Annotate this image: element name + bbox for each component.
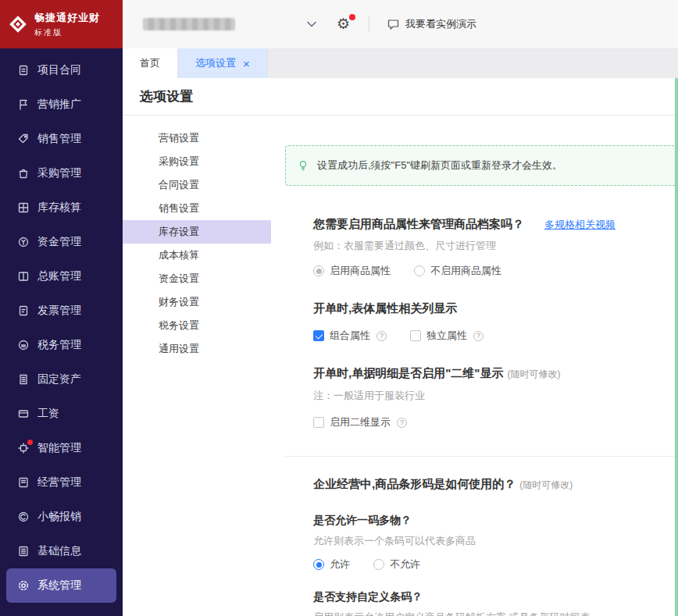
main-column: ⚙ 我要看实例演示 首页 选项设置 × 选项设置 [123, 0, 678, 616]
heading-suffix: (随时可修改) [519, 479, 573, 490]
help-icon[interactable]: ? [376, 331, 387, 341]
radio-label: 允许 [330, 557, 350, 571]
notification-dot [27, 440, 33, 445]
checkbox-enable-two-dim[interactable]: 启用二维显示 ? [313, 415, 407, 429]
sidebar-nav: 项目合同 营销推广 销售管理 采购管理 库存核算 资金管理 [0, 48, 123, 616]
multi-spec-video-link[interactable]: 多规格相关视频 [544, 219, 616, 230]
sidebar-item-basic-information[interactable]: 基础信息 [0, 534, 123, 568]
question-hint: 启用则表示允许用户定义商品条码解析方案,或是条形码对照表 [313, 611, 647, 616]
sidebar-item-label: 基础信息 [37, 544, 81, 558]
sidebar-item-fixed-assets[interactable]: 固定资产 [0, 362, 123, 397]
settings-nav-item-contract[interactable]: 合同设置 [123, 173, 271, 197]
sidebar-item-payroll[interactable]: 工资 [0, 397, 123, 431]
chat-bubble-icon [387, 19, 400, 30]
checkbox-combined-attributes[interactable]: 组合属性 ? [313, 329, 387, 343]
contract-icon [17, 64, 30, 77]
brand-title: 畅捷通好业财 [34, 11, 100, 25]
tab-options-settings[interactable]: 选项设置 × [178, 48, 268, 78]
settings-nav-item-tax[interactable]: 税务设置 [123, 314, 271, 337]
sidebar-item-xiaochang-reimbursement[interactable]: 小畅报销 [0, 500, 123, 534]
sales-icon [17, 133, 30, 145]
sidebar-item-general-ledger[interactable]: 总账管理 [0, 259, 123, 294]
sidebar-item-label: 小畅报销 [37, 510, 81, 524]
question-title: 是否支持自定义条码？ [313, 590, 647, 604]
settings-nav-item-general[interactable]: 通用设置 [123, 337, 271, 361]
invoice-icon [17, 304, 30, 317]
settings-nav-item-cost-accounting[interactable]: 成本核算 [123, 244, 271, 267]
settings-nav-item-finance[interactable]: 财务设置 [123, 290, 271, 314]
section-heading: 开单时,表体属性相关列显示 [313, 301, 647, 316]
section-hint: 例如：衣服需要通过颜色、尺寸进行管理 [313, 239, 647, 253]
settings-nav-item-funds[interactable]: 资金设置 [123, 267, 271, 290]
workspace-selector-redacted[interactable] [143, 18, 235, 30]
settings-nav-item-marketing[interactable]: 营销设置 [123, 126, 271, 150]
section-heading: 企业经营中,商品条形码是如何使用的？ [313, 477, 516, 490]
radio-enable-product-attributes[interactable]: 启用商品属性 [313, 264, 391, 278]
tab-home[interactable]: 首页 [123, 48, 178, 78]
sidebar-item-label: 项目合同 [37, 63, 81, 77]
gear-icon: ⚙ [337, 16, 350, 32]
tax-icon [17, 339, 30, 351]
sidebar-item-invoice-management[interactable]: 发票管理 [0, 294, 123, 328]
section-product-attributes: 您需要启用商品属性来管理商品档案吗？多规格相关视频 例如：衣服需要通过颜色、尺寸… [285, 217, 678, 278]
radio-allow[interactable]: 允许 [313, 557, 350, 571]
operations-icon [17, 476, 30, 489]
payroll-icon [17, 408, 30, 420]
gear-notification-dot [349, 14, 355, 20]
radio-unselected-icon [373, 559, 384, 570]
notice-text: 设置成功后,须按"F5"键刷新页面或重新登录才会生效。 [317, 158, 562, 173]
question-hint: 允许则表示一个条码可以代表多商品 [313, 534, 647, 548]
help-icon[interactable]: ? [397, 418, 407, 428]
settings-nav: 营销设置 采购设置 合同设置 销售设置 库存设置 成本核算 资金设置 财务设置 … [123, 116, 271, 616]
tab-bar: 首页 选项设置 × [123, 48, 678, 78]
section-barcode-usage: 企业经营中,商品条形码是如何使用的？(随时可修改) 是否允许一码多物？ 允许则表… [285, 477, 678, 616]
right-edge-strip [675, 78, 678, 616]
section-note: 注：一般适用于服装行业 [313, 389, 647, 403]
checkbox-label: 组合属性 [330, 329, 370, 343]
settings-nav-item-sales[interactable]: 销售设置 [123, 197, 271, 220]
sidebar-item-label: 营销推广 [37, 98, 81, 112]
reimbursement-icon [17, 511, 30, 523]
sidebar-item-marketing-promotion[interactable]: 营销推广 [0, 87, 123, 122]
radio-disable-product-attributes[interactable]: 不启用商品属性 [414, 264, 501, 278]
sidebar-item-procurement-management[interactable]: 采购管理 [0, 156, 123, 190]
settings-nav-item-inventory[interactable]: 库存设置 [123, 220, 271, 244]
fixed-assets-icon [17, 373, 30, 386]
checkbox-checked-icon [313, 330, 324, 341]
demo-label: 我要看实例演示 [405, 17, 476, 31]
sidebar-item-label: 系统管理 [37, 579, 81, 593]
help-icon[interactable]: ? [473, 331, 484, 341]
settings-gear-button[interactable]: ⚙ [337, 16, 350, 32]
brand-logo: 畅捷通好业财 标准版 [0, 0, 123, 48]
sidebar-item-project-contract[interactable]: 项目合同 [0, 53, 123, 87]
checkbox-independent-attributes[interactable]: 独立属性 ? [410, 329, 484, 343]
sidebar-item-label: 税务管理 [37, 338, 81, 352]
sidebar-item-tax-management[interactable]: 税务管理 [0, 328, 123, 362]
sidebar-item-label: 库存核算 [37, 201, 81, 215]
brand-diamond-icon [8, 14, 28, 34]
sidebar-item-funds-management[interactable]: 资金管理 [0, 225, 123, 259]
sidebar-item-system-management[interactable]: 系统管理 [6, 568, 116, 603]
settings-nav-item-procurement[interactable]: 采购设置 [123, 150, 271, 173]
sidebar-item-sales-management[interactable]: 销售管理 [0, 122, 123, 156]
radio-unselected-icon [414, 265, 425, 276]
lightbulb-icon [297, 159, 309, 172]
section-two-dim-display: 开单时,单据明细是否启用"二维"显示(随时可修改) 注：一般适用于服装行业 启用… [285, 366, 678, 429]
chevron-down-icon[interactable] [307, 21, 316, 27]
sidebar-item-smart-management[interactable]: 智能管理 [0, 431, 123, 465]
sidebar-item-operations-management[interactable]: 经营管理 [0, 465, 123, 500]
sidebar-item-inventory-accounting[interactable]: 库存核算 [0, 190, 123, 225]
content-area: 营销设置 采购设置 合同设置 销售设置 库存设置 成本核算 资金设置 财务设置 … [123, 116, 678, 616]
notice-banner: 设置成功后,须按"F5"键刷新页面或重新登录才会生效。 [285, 145, 678, 186]
sidebar: 畅捷通好业财 标准版 项目合同 营销推广 销售管理 采购管理 [0, 0, 123, 616]
app-window: 畅捷通好业财 标准版 项目合同 营销推广 销售管理 采购管理 [0, 0, 678, 616]
tab-close-icon[interactable]: × [243, 58, 250, 69]
section-attribute-columns: 开单时,表体属性相关列显示 组合属性 ? 独立属性 ? [285, 301, 678, 343]
sidebar-item-label: 发票管理 [37, 304, 81, 318]
topbar-divider [369, 16, 369, 33]
demo-link[interactable]: 我要看实例演示 [387, 17, 476, 31]
question-one-code-multi-items: 是否允许一码多物？ 允许则表示一个条码可以代表多商品 允许 不允许 [313, 514, 647, 571]
radio-disallow[interactable]: 不允许 [373, 557, 420, 571]
checkbox-label: 启用二维显示 [330, 415, 391, 429]
page-title: 选项设置 [123, 78, 678, 116]
